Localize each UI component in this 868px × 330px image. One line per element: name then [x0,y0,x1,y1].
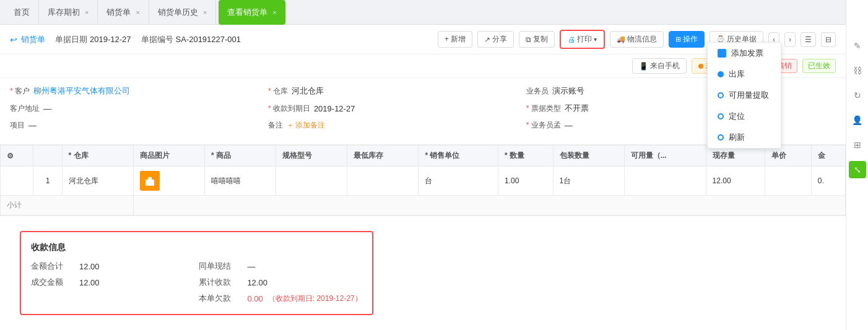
circle-outline-icon-2 [718,113,724,119]
salesperson-value: 演示账号 [552,85,584,97]
salesperson-label: 业务员 [526,86,549,97]
effective-badge: 已生效 [802,59,836,73]
customer-value[interactable]: 柳州粤港平安气体有限公司 [33,85,130,97]
current-arrears-row: 本单欠款 0.00 （收款到期日: 2019-12-27） [199,293,362,304]
cumulative-payment-row: 累计收款 12.00 [199,277,362,288]
tab-sales-order[interactable]: 销货单 × [98,0,149,25]
table-row: 1 河北仓库 嘻嘻嘻嘻 台 1.00 1台 [1,167,846,196]
biz-person-label: 业务员孟 [526,120,561,131]
share-button[interactable]: ↗ 分享 [477,31,514,48]
close-stock-init[interactable]: × [85,9,89,16]
payment-grid: 金额合计 12.00 同单现结 — 成交金额 12.00 累计收款 12.00 [31,261,362,304]
menu-item-locate[interactable]: 定位 [708,106,781,127]
col-product-img: 商品图片 [133,145,204,167]
print-button[interactable]: 🖨 打印 ▾ [562,32,603,47]
warehouse-field: 仓库 河北仓库 [268,85,526,97]
row-actions [1,167,33,196]
truck-icon: 🚚 [617,35,625,43]
menu-item-add-invoice[interactable]: 添加发票 [708,43,781,64]
ticket-type-label: 票据类型 [526,103,561,114]
doc-no-label: 单据编号 SA-20191227-001 [141,34,241,45]
due-date-note: （收款到期日: 2019-12-27） [268,293,362,304]
copy-button[interactable]: ⧉ 复制 [519,31,555,48]
cumulative-payment-value: 12.00 [247,278,267,287]
subtotal-row: 小计 [1,196,846,215]
from-phone-button[interactable]: 📱 来自手机 [632,58,687,74]
total-amount-row: 金额合计 12.00 [31,261,194,272]
print-btn-wrapper: 🖨 打印 ▾ [560,30,605,49]
tab-stock-init[interactable]: 库存期初 × [39,0,98,25]
tab-sales-history[interactable]: 销货单历史 × [149,0,216,25]
menu-item-refresh[interactable]: 刷新 [708,127,781,148]
svg-rect-0 [145,180,154,186]
due-date-value: 2019-12-27 [314,104,355,113]
close-sales-order[interactable]: × [136,9,139,16]
biz-person-field: 业务员孟 — [526,120,836,131]
new-button[interactable]: + 新增 [438,31,472,48]
menu-item-available-qty[interactable]: 可用量提取 [708,85,781,106]
dot-icon [698,64,703,69]
items-table: ⚙ * 仓库 商品图片 * 商品 规格型号 最低库存 * 销售单位 * 数量 包… [0,145,846,215]
grid-view-button[interactable]: ⊟ [821,32,836,47]
same-order-value: — [247,262,255,271]
sidebar-link-icon[interactable]: ⛓ [849,62,866,79]
row-unit: 台 [419,167,498,196]
row-warehouse: 河北仓库 [62,167,133,196]
operations-button[interactable]: ⊞ 操作 [669,31,705,48]
col-amount: 金 [811,145,845,167]
payment-container: 收款信息 金额合计 12.00 同单现结 — 成交金额 12.00 [0,216,846,330]
close-sales-history[interactable]: × [203,9,207,16]
sidebar-rotate-icon[interactable]: ↻ [849,87,866,104]
tab-view-sales[interactable]: 查看销货单 × [219,0,285,25]
transaction-amount-label: 成交金额 [31,277,74,288]
row-num: 1 [33,167,62,196]
grid-icon: ⊞ [675,35,681,43]
note-field: 备注 ＋ 添加备注 [268,120,526,131]
sidebar-expand-icon[interactable]: ⤡ [849,161,866,178]
list-view-button[interactable]: ☰ [801,32,816,47]
circle-filled-icon [718,71,724,77]
col-available: 可用量（... [624,145,706,167]
subtotal-values [133,196,845,215]
add-note-button[interactable]: ＋ 添加备注 [287,120,325,131]
same-order-row: 同单现结 — [199,261,362,272]
subtotal-label: 小计 [1,196,134,215]
tab-home[interactable]: 首页 [5,0,39,25]
print-dropdown-icon[interactable]: ▾ [594,36,597,43]
table-section: ⚙ * 仓库 商品图片 * 商品 规格型号 最低库存 * 销售单位 * 数量 包… [0,145,846,216]
payment-section: 收款信息 金额合计 12.00 同单现结 — 成交金额 12.00 [20,231,373,315]
row-price [765,167,811,196]
right-sidebar: ✎ ⛓ ↻ 👤 ⊞ ⤡ [846,0,868,330]
address-label: 客户地址 [10,103,40,114]
col-settings[interactable]: ⚙ [1,145,33,167]
col-spec: 规格型号 [276,145,347,167]
due-date-field: 收款到期日 2019-12-27 [268,103,526,114]
circle-outline-icon [718,92,724,98]
doc-meta: 单据日期 2019-12-27 单据编号 SA-20191227-001 [55,34,241,45]
circle-outline-icon-3 [718,134,724,141]
same-order-label: 同单现结 [199,261,242,272]
tab-bar: 首页 库存期初 × 销货单 × 销货单历史 × 查看销货单 × × [0,0,868,25]
sidebar-grid-icon[interactable]: ⊞ [849,136,866,154]
col-warehouse: * 仓库 [62,145,133,167]
square-icon [718,49,726,58]
sidebar-user-icon[interactable]: 👤 [849,111,866,129]
address-field: 客户地址 — [10,103,268,114]
current-arrears-value: 0.00 [247,294,263,303]
col-unit: * 销售单位 [419,145,498,167]
settings-icon: ⚙ [7,152,14,160]
warehouse-value: 河北仓库 [292,85,324,97]
close-view-sales[interactable]: × [272,9,276,16]
doc-date-label: 单据日期 2019-12-27 [55,34,131,45]
current-arrears-label: 本单欠款 [199,293,242,304]
next-record-button[interactable]: › [784,32,796,47]
customer-label: 客户 [10,86,30,97]
phone-icon: 📱 [639,62,648,71]
menu-item-outbound[interactable]: 出库 [708,64,781,85]
sidebar-edit-icon[interactable]: ✎ [849,37,866,54]
project-field: 项目 — [10,120,268,131]
row-product: 嘻嘻嘻嘻 [204,167,276,196]
logistics-button[interactable]: 🚚 物流信息 [610,31,664,48]
share-icon: ↗ [484,35,490,44]
address-value: — [43,104,51,113]
